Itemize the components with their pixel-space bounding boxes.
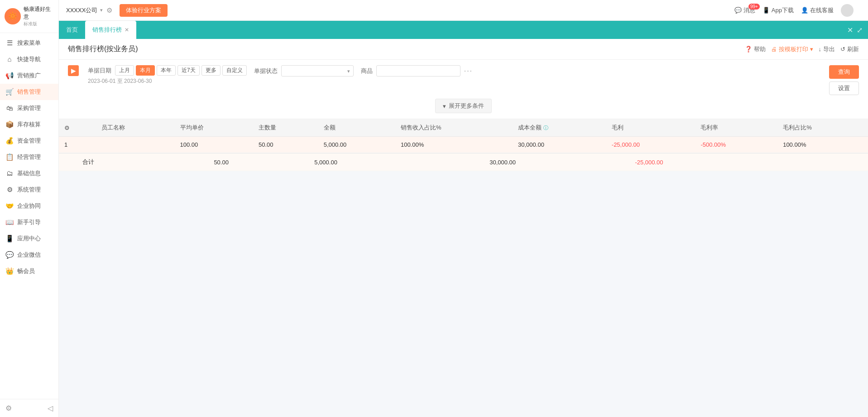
service-icon: 👤 (801, 7, 808, 14)
nav-label-purchase: 采购管理 (17, 104, 41, 112)
service-label: 在线客服 (810, 6, 834, 14)
status-select[interactable] (281, 65, 354, 77)
tab-close-icon[interactable]: ✕ (125, 27, 129, 33)
date-btn-more[interactable]: 更多 (201, 65, 221, 76)
date-btn-7days[interactable]: 近7天 (177, 65, 200, 76)
company-selector[interactable]: XXXXX公司 ▾ (66, 6, 103, 14)
nav-label-apps: 应用中心 (17, 235, 41, 243)
sidebar-item-member[interactable]: 👑 畅会员 (0, 263, 58, 279)
nav-label-marketing: 营销推广 (17, 72, 41, 80)
app-download-button[interactable]: 📱 App下载 (762, 6, 794, 14)
cell-gross-rate: -500.00% (695, 137, 777, 153)
query-button[interactable]: 查询 (829, 65, 859, 79)
col-name: 员工名称 (96, 119, 174, 137)
footer-qty-cell: 50.00 (208, 153, 309, 171)
settings-button[interactable]: 设置 (829, 81, 859, 95)
sidebar-item-purchase[interactable]: 🛍 采购管理 (0, 100, 58, 116)
nav-icon-sales: 🛒 (5, 88, 14, 96)
sidebar-item-system[interactable]: ⚙ 系统管理 (0, 182, 58, 198)
footer-gross-cell: -25,000.00 (629, 153, 782, 171)
date-buttons: 上月 本月 本年 近7天 更多 自定义 (115, 65, 247, 76)
tabbar-close-all-icon[interactable]: ✕ (847, 26, 853, 34)
topbar-right: 💬 消息 99+ 📱 App下载 👤 在线客服 (734, 4, 861, 17)
date-btn-last-month[interactable]: 上月 (115, 65, 134, 76)
online-service-button[interactable]: 👤 在线客服 (801, 6, 834, 14)
collapse-icon[interactable]: ◁ (48, 404, 53, 412)
export-label: 导出 (823, 45, 835, 53)
col-main-qty: 主数量 (253, 119, 318, 137)
sidebar-item-guide[interactable]: 📖 新手引导 (0, 214, 58, 230)
avatar[interactable] (841, 4, 854, 17)
sidebar-item-marketing[interactable]: 📢 营销推广 (0, 67, 58, 84)
sidebar-item-basic[interactable]: 🗂 基础信息 (0, 165, 58, 182)
footer-sales-pct-cell (441, 153, 484, 171)
nav-icon-finance: 💰 (5, 137, 14, 145)
nav-icon-inventory: 📦 (5, 120, 14, 129)
app-label: App下载 (772, 6, 794, 14)
filter-expand-arrow[interactable]: ▶ (68, 65, 79, 76)
date-btn-custom[interactable]: 自定义 (222, 65, 247, 76)
nav-icon-basic: 🗂 (5, 169, 14, 177)
expand-more-label: 展开更多条件 (449, 102, 484, 110)
nav-icon-apps: 📱 (5, 235, 14, 243)
footer-avg-price-cell (166, 153, 208, 171)
logo-sub: 标准版 (24, 21, 54, 27)
table-body: 1 100.00 50.00 5,000.00 100.00% 30,000.0… (59, 137, 868, 153)
cell-gross: -25,000.00 (606, 137, 695, 153)
expand-chevron-icon: ▾ (443, 103, 446, 110)
sidebar-item-wechat[interactable]: 💬 企业微信 (0, 247, 58, 263)
trial-button[interactable]: 体验行业方案 (120, 4, 168, 17)
tab-home[interactable]: 首页 (59, 21, 85, 39)
expand-more-button[interactable]: ▾ 展开更多条件 (435, 99, 492, 113)
nav-label-basic: 基础信息 (17, 169, 41, 177)
company-name: XXXXX公司 (66, 6, 97, 14)
cell-avg-price: 100.00 (175, 137, 253, 153)
sidebar-item-sales[interactable]: 🛒 销售管理 (0, 84, 58, 100)
print-label: 按模板打印 (779, 45, 808, 53)
nav-icon-search: ☰ (5, 39, 14, 47)
export-button[interactable]: ↓ 导出 (819, 45, 835, 53)
sidebar-item-cooperation[interactable]: 🤝 企业协同 (0, 198, 58, 214)
tabbar-actions: ✕ ⤢ (847, 26, 868, 34)
settings-icon[interactable]: ⚙ (5, 404, 12, 412)
col-cost-amount: 成本全额 ⓘ (513, 119, 606, 137)
sidebar-item-finance[interactable]: 💰 资金管理 (0, 133, 58, 149)
message-icon: 💬 (734, 7, 742, 14)
date-btn-this-month[interactable]: 本月 (136, 65, 155, 76)
print-button[interactable]: 🖨 按模板打印 ▾ (771, 45, 813, 53)
col-amount: 全额 (318, 119, 395, 137)
date-range-text: 2023-06-01 至 2023-06-30 (88, 77, 247, 85)
refresh-button[interactable]: ↺ 刷新 (840, 45, 859, 53)
col-gross-rate: 毛利率 (695, 119, 777, 137)
nav-label-system: 系统管理 (17, 186, 41, 194)
footer-rank-cell (59, 153, 77, 171)
export-icon: ↓ (819, 46, 822, 53)
goods-more-icon[interactable]: ··· (464, 67, 473, 75)
sidebar-item-operations[interactable]: 📋 经营管理 (0, 149, 58, 165)
goods-input[interactable] (376, 65, 460, 77)
page-content: 销售排行榜(按业务员) ❓ 帮助 🖨 按模板打印 ▾ ↓ 导出 ↺ 刷新 (59, 39, 868, 417)
tab-sales-ranking[interactable]: 销售排行榜 ✕ (85, 21, 136, 39)
col-gross-pct: 毛利占比% (777, 119, 868, 137)
tab-home-label: 首页 (66, 26, 78, 34)
nav-icon-cooperation: 🤝 (5, 202, 14, 210)
nav-label-member: 畅会员 (17, 267, 35, 275)
footer-label-cell: 合计 (77, 153, 166, 171)
help-button[interactable]: ❓ 帮助 (745, 45, 766, 53)
sidebar-item-shortcut[interactable]: ⌂ 快捷导航 (0, 51, 58, 67)
footer-gross-rate-cell (783, 153, 825, 171)
page-title: 销售排行榜(按业务员) (68, 44, 138, 54)
refresh-icon: ↺ (840, 46, 845, 53)
message-button[interactable]: 💬 消息 99+ (734, 6, 755, 14)
sidebar-item-apps[interactable]: 📱 应用中心 (0, 230, 58, 247)
nav-icon-wechat: 💬 (5, 251, 14, 259)
page-actions: ❓ 帮助 🖨 按模板打印 ▾ ↓ 导出 ↺ 刷新 (745, 45, 859, 53)
sidebar-item-search[interactable]: ☰ 搜索菜单 (0, 35, 58, 51)
col-gross: 毛利 (606, 119, 695, 137)
filter-goods-group: 商品 ··· (361, 65, 473, 77)
sidebar-item-inventory[interactable]: 📦 库存核算 (0, 116, 58, 133)
date-filter-label: 单据日期 (88, 67, 111, 75)
settings-gear-icon[interactable]: ⚙ (106, 6, 112, 14)
date-btn-this-year[interactable]: 本年 (157, 65, 176, 76)
tabbar-expand-icon[interactable]: ⤢ (857, 26, 863, 34)
